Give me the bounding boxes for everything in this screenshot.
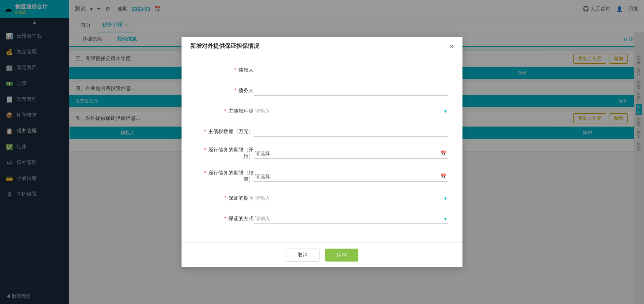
label-zhaimuren: * 债务人 <box>196 87 254 94</box>
select-zhuzhaiquanzhonglei[interactable]: 请输入 <box>254 106 448 116</box>
date-wrap-start: 📅 <box>254 148 448 159</box>
select-wrap-baozhengfangshi: 请输入 ▾ <box>254 213 448 224</box>
select-wrap-zhuzhaiquanzhonglei: 请输入 ▾ <box>254 106 448 116</box>
select-baozhengfangshi[interactable]: 请输入 <box>254 213 448 224</box>
select-baozhengqijian[interactable]: 请输入 <box>254 193 448 203</box>
date-input-end[interactable] <box>254 171 448 182</box>
form-row-zhuzhaiquanzhonglei: * 主债权种类 请输入 ▾ <box>196 106 448 116</box>
label-zhuzhaiquanshue: * 主债权数额（万元） <box>196 128 254 135</box>
modal-header: 新增对外提供保证担保情况 × <box>182 37 462 56</box>
label-baozhengqijian: * 保证的期间 <box>196 195 254 201</box>
input-zhaiquanren[interactable] <box>254 65 448 75</box>
modal-body: * 债权人 * 债务人 * 主债权种类 <box>182 56 462 242</box>
input-zhaimuren[interactable] <box>254 85 448 96</box>
form-row-baozhengqijian: * 保证的期间 请输入 ▾ <box>196 193 448 203</box>
label-lvxing-start: * 履行债务的期限（开始） <box>196 147 254 160</box>
modal-close-button[interactable]: × <box>450 43 454 50</box>
select-wrap-baozhengqijian: 请输入 ▾ <box>254 193 448 203</box>
label-lvxing-end: * 履行债务的期限（结束） <box>196 170 254 183</box>
modal-overlay[interactable]: 新增对外提供保证担保情况 × * 债权人 * 债务人 <box>0 0 644 304</box>
form-row-lvxing-start: * 履行债务的期限（开始） 📅 <box>196 147 448 160</box>
form-row-baozhengfangshi: * 保证的方式 请输入 ▾ <box>196 213 448 224</box>
modal-footer: 取消 保存 <box>182 242 462 267</box>
form-row-zhuzhaiquanshue: * 主债权数额（万元） <box>196 126 448 137</box>
label-zhuzhaiquanzhonglei: * 主债权种类 <box>196 108 254 114</box>
modal-dialog: 新增对外提供保证担保情况 × * 债权人 * 债务人 <box>182 37 462 267</box>
input-zhuzhaiquanshue[interactable] <box>254 126 448 137</box>
label-baozhengfangshi: * 保证的方式 <box>196 215 254 222</box>
save-button[interactable]: 保存 <box>325 249 358 262</box>
cancel-button[interactable]: 取消 <box>286 249 319 262</box>
form-row-zhaiquanren: * 债权人 <box>196 65 448 75</box>
modal-title: 新增对外提供保证担保情况 <box>190 42 259 50</box>
form-row-lvxing-end: * 履行债务的期限（结束） 📅 <box>196 170 448 183</box>
form-row-zhaimuren: * 债务人 <box>196 85 448 96</box>
label-zhaiquanren: * 债权人 <box>196 67 254 73</box>
date-wrap-end: 📅 <box>254 171 448 182</box>
date-input-start[interactable] <box>254 148 448 159</box>
